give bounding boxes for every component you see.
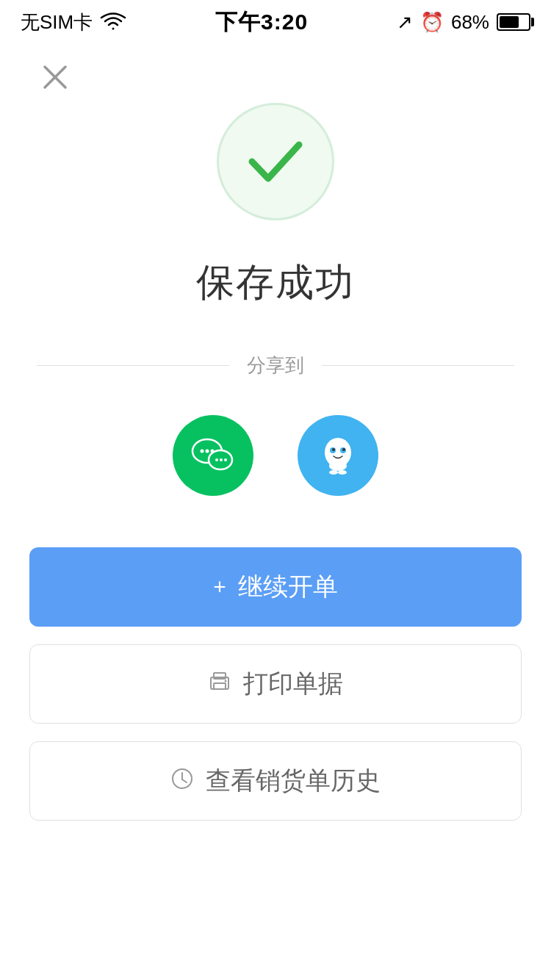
svg-point-17 [338,470,347,475]
svg-rect-20 [214,683,226,689]
svg-point-8 [220,458,223,461]
location-icon: ↗ [397,11,413,34]
svg-point-9 [224,458,227,461]
alarm-icon: ⏰ [420,11,444,34]
divider-line-right [322,365,514,366]
svg-point-4 [201,450,204,453]
wifi-icon [100,12,126,32]
status-right: ↗ ⏰ 68% [397,11,530,34]
share-divider: 分享到 [0,353,551,378]
print-button[interactable]: 打印单据 [29,644,522,724]
qq-share-button[interactable] [298,415,378,496]
main-content: 保存成功 分享到 [0,44,551,821]
divider-line-left [37,365,229,366]
svg-point-6 [211,450,215,453]
status-time: 下午3:20 [215,7,308,37]
wechat-icon [190,433,237,478]
continue-label: 继续开单 [238,570,338,604]
share-label: 分享到 [229,353,322,378]
status-bar: 无SIM卡 下午3:20 ↗ ⏰ 68% [0,0,551,44]
battery-icon [497,13,530,31]
svg-point-13 [332,448,335,451]
continue-button[interactable]: + 继续开单 [29,547,522,627]
clock-icon [170,767,194,796]
buttons-section: + 继续开单 打印单据 [0,547,551,821]
svg-point-21 [225,680,227,682]
svg-point-15 [329,461,347,471]
svg-point-14 [342,448,345,451]
carrier-text: 无SIM卡 [21,10,93,35]
svg-point-16 [329,470,338,475]
svg-point-7 [215,458,218,461]
history-label: 查看销货单历史 [206,764,381,798]
close-button[interactable] [37,59,73,96]
close-icon [42,64,68,90]
status-left: 无SIM卡 [21,10,126,35]
checkmark-icon [246,136,305,187]
svg-line-24 [182,779,187,782]
battery-text: 68% [451,11,489,34]
success-icon-circle [217,103,334,220]
plus-icon: + [213,574,226,599]
battery-fill [500,16,519,28]
history-button[interactable]: 查看销货单历史 [29,741,522,821]
qq-icon [314,432,361,479]
print-icon [208,670,231,699]
wechat-share-button[interactable] [173,415,253,496]
share-icons-container [173,415,378,496]
success-title: 保存成功 [196,257,355,309]
print-label: 打印单据 [243,667,343,701]
svg-point-5 [206,450,209,453]
